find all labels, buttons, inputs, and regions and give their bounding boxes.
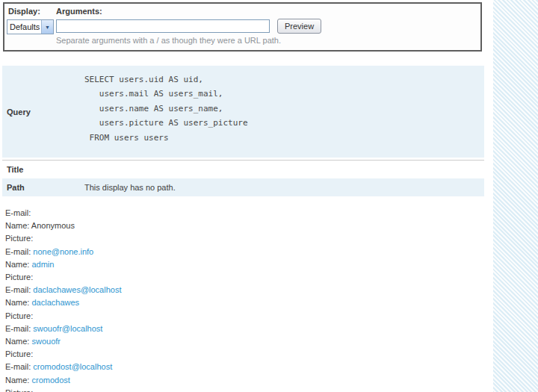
field-value-link[interactable]: daclachawes@localhost <box>33 285 121 294</box>
list-item: Name: admin <box>5 258 121 271</box>
field-label: Picture: <box>5 234 33 243</box>
display-label: Display: <box>8 7 40 16</box>
list-item: Picture: <box>5 271 121 284</box>
list-item: E-mail: none@none.info <box>5 246 121 258</box>
field-label: Name: <box>5 221 31 230</box>
field-value-link[interactable]: swouofr@localhost <box>33 324 102 333</box>
title-label: Title <box>2 161 84 178</box>
field-value-link[interactable]: daclachawes <box>31 298 79 307</box>
title-row: Title <box>2 160 484 178</box>
preview-controls-box: Display: Arguments: Defaults ▼ Preview S… <box>3 2 482 52</box>
field-value-link[interactable]: admin <box>31 260 54 269</box>
arguments-input[interactable] <box>56 19 270 33</box>
field-label: Picture: <box>5 311 33 320</box>
list-item: E-mail: daclachawes@localhost <box>5 284 121 296</box>
list-item: E-mail: swouofr@localhost <box>5 323 121 335</box>
field-label: Name: <box>5 260 31 269</box>
list-item: E-mail: cromodost@localhost <box>5 361 121 373</box>
display-select-value: Defaults <box>7 22 41 31</box>
field-label: Picture: <box>5 273 33 281</box>
list-item: E-mail: <box>5 207 121 220</box>
query-label: Query <box>2 66 84 158</box>
list-item: Name: Anonymous <box>5 220 121 232</box>
list-item: Picture: <box>5 232 121 245</box>
field-label: Name: <box>5 376 31 385</box>
field-label: E-mail: <box>5 208 31 217</box>
field-value-link[interactable]: cromodost@localhost <box>33 362 112 371</box>
preview-button[interactable]: Preview <box>277 19 321 34</box>
field-label: E-mail: <box>5 324 33 333</box>
field-label: Name: <box>5 337 31 346</box>
display-select[interactable]: Defaults ▼ <box>7 19 54 34</box>
list-item: Name: cromodost <box>5 374 121 387</box>
field-label: Name: <box>5 298 31 307</box>
content-area: Display: Arguments: Defaults ▼ Preview S… <box>0 0 493 392</box>
preview-list: E-mail: Name: AnonymousPicture: E-mail: … <box>5 207 121 392</box>
view-info-table: Query SELECT users.uid AS uid, users.mai… <box>2 66 484 196</box>
list-item: Name: daclachawes <box>5 296 121 309</box>
list-item: Picture: <box>5 387 121 392</box>
query-sql: SELECT users.uid AS uid, users.mail AS u… <box>84 66 248 158</box>
field-label: E-mail: <box>5 362 33 371</box>
query-row: Query SELECT users.uid AS uid, users.mai… <box>2 66 484 158</box>
field-label: E-mail: <box>5 247 33 256</box>
field-label: E-mail: <box>5 285 33 294</box>
arguments-description: Separate arguments with a / as though th… <box>56 36 281 45</box>
path-label: Path <box>2 178 84 196</box>
arguments-label: Arguments: <box>56 7 102 16</box>
list-item: Picture: <box>5 348 121 361</box>
field-value-link[interactable]: swouofr <box>31 337 61 346</box>
path-value: This display has no path. <box>84 178 176 196</box>
field-value: Anonymous <box>31 221 75 230</box>
field-label: Picture: <box>5 388 33 392</box>
field-value-link[interactable]: cromodost <box>31 376 69 385</box>
field-value-link[interactable]: none@none.info <box>33 247 93 256</box>
field-label: Picture: <box>5 349 33 358</box>
path-row: Path This display has no path. <box>2 178 484 196</box>
list-item: Name: swouofr <box>5 335 121 348</box>
list-item: Picture: <box>5 310 121 323</box>
chevron-down-icon: ▼ <box>41 20 53 34</box>
